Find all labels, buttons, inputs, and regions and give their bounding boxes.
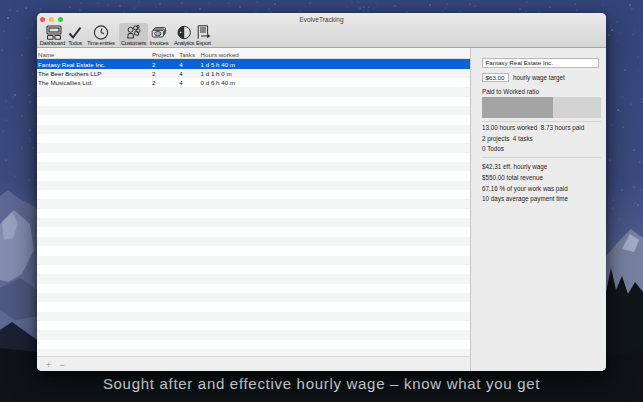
svg-text:100: 100 — [155, 32, 160, 36]
